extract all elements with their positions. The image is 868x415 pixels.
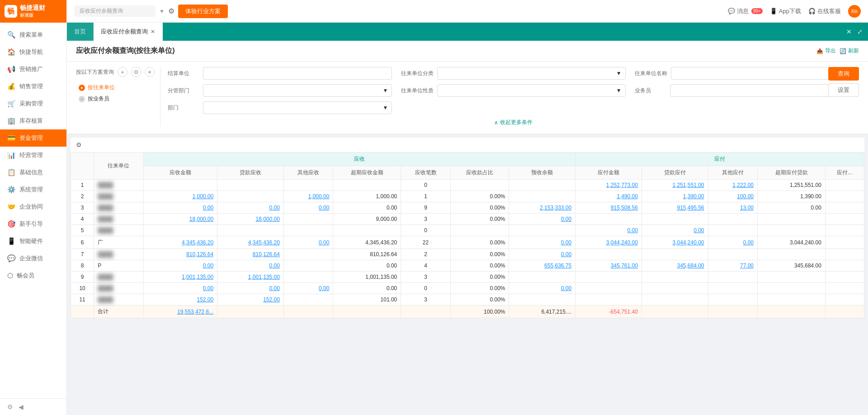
cell-qt-yf [708,225,758,236]
guide-icon: 🎯 [7,220,16,228]
sidebar-item-corp[interactable]: 🤝 企业协同 [0,198,66,215]
cell-link[interactable]: 0.00 [269,205,280,211]
cell-dk-yf [642,272,708,283]
cell-link[interactable]: 0.00 [269,262,280,269]
dept-select[interactable]: ▼ [203,84,392,97]
table-scroll-container[interactable]: 往来单位 应收 应付 应收金额 贷款应收 其他应收 超期应收金额 应收笔数 应收… [71,152,864,318]
cell-link[interactable]: 1,390.00 [683,193,704,200]
cell-link[interactable]: 4,345,436.20 [248,239,280,246]
cell-link[interactable]: 100.00 [737,193,754,200]
cell-link[interactable]: 1,490.00 [617,193,638,200]
cell-link[interactable]: 1,000.00 [308,193,330,200]
cell-qt-yf: 1,222.00 [708,180,758,191]
tab-close-window-icon[interactable]: ✕ [846,28,852,35]
cell-link[interactable]: 2,153,333.00 [540,205,571,211]
cell-link[interactable]: 1,251,551.00 [672,182,704,188]
cell-link[interactable]: 18,000.00 [189,216,213,222]
messages-tool[interactable]: 💬 消息 99+ [728,7,763,15]
collapse-scheme-button[interactable]: « [145,67,155,77]
sidebar-item-search[interactable]: 🔍 搜索菜单 [0,26,66,43]
cell-link[interactable]: 18,000.00 [255,216,279,222]
unit-nature-select[interactable]: ▼ [437,84,625,97]
sidebar-item-finance[interactable]: 💳 资金管理 [0,129,66,147]
sidebar-item-marketing[interactable]: 📢 营销推广 [0,61,66,78]
export-button[interactable]: 📤 导出 [816,47,836,55]
cell-qt-yf [708,249,758,260]
dept2-select[interactable]: ▼ [203,101,392,114]
topbar-settings-icon[interactable]: ⚙ [168,7,175,15]
cell-link[interactable]: 3,044,240.00 [672,239,704,246]
sidebar-item-hardware[interactable]: 📱 智能硬件 [0,233,66,250]
cell-link[interactable]: 0.00 [627,227,638,234]
cell-link[interactable]: 1,001,135.00 [248,274,280,280]
cell-link[interactable]: 0.00 [203,262,213,269]
cell-link[interactable]: 4,345,436.20 [182,239,213,246]
cell-link[interactable]: 345,684.00 [677,262,704,269]
sidebar-logo: 畅 畅捷通财 标准版 [0,0,66,23]
cell-link[interactable]: 0.00 [743,239,754,246]
cell-link[interactable]: 1,001,135.00 [182,274,213,280]
cell-link[interactable]: 810,126.64 [253,251,280,258]
table-settings-icon[interactable]: ⚙ [76,141,82,148]
online-service-tool[interactable]: 🎧 在线客服 [808,7,841,15]
cell-link[interactable]: 1,222.00 [732,182,754,188]
cell-link[interactable]: 915,508.56 [611,205,638,211]
blurred-cell: ████ [98,182,113,188]
sidebar-item-system[interactable]: ⚙️ 系统管理 [0,181,66,198]
cell-link[interactable]: 655,636.75 [544,262,571,269]
collapse-conditions-button[interactable]: ∧ 收起更多条件 [168,119,859,126]
add-scheme-button[interactable]: ＋ [118,67,127,77]
cell-link[interactable]: 0.00 [319,205,329,211]
cell-link[interactable]: 0.00 [561,251,571,258]
sidebar-item-purchase[interactable]: 🛒 采购管理 [0,95,66,112]
cell-link[interactable]: 0.00 [561,216,571,222]
scheme-item-unit[interactable]: ● 按往来单位 [76,82,155,93]
cell-link[interactable]: 1,000.00 [192,193,213,200]
cell-link[interactable]: 0.00 [203,285,213,291]
cell-link[interactable]: 0.00 [319,285,329,291]
app-download-tool[interactable]: 📱 App下载 [770,7,801,15]
cell-link[interactable]: 152.00 [197,296,213,303]
edit-scheme-button[interactable]: ⊙ [131,67,141,77]
tab-close-button[interactable]: ✕ [151,29,155,35]
topbar-dropdown-icon[interactable]: ▼ [159,8,165,14]
sidebar-item-quick[interactable]: 🏠 快捷导航 [0,43,66,61]
setting-button[interactable]: 设置 [828,83,859,97]
sidebar-item-operation[interactable]: 📊 经营管理 [0,147,66,164]
cell-link[interactable]: 13.00 [740,205,754,211]
tab-query[interactable]: 应收应付余额查询 ✕ [94,23,163,41]
tab-home[interactable]: 首页 [67,23,94,41]
sidebar-item-member[interactable]: ⬡ 畅会员 [0,267,66,284]
sidebar-item-sales[interactable]: 💰 销售管理 [0,78,66,95]
total-yingshou-je[interactable]: 19,553,472,6... [143,305,217,318]
cell-ys-bs: 2 [401,249,451,260]
sidebar-item-inventory[interactable]: 🏢 库存核算 [0,112,66,129]
sidebar-collapse-button[interactable]: ◀ [19,403,24,410]
query-button[interactable]: 查询 [828,67,859,81]
cell-ys-bs: 3 [401,294,451,305]
cell-link[interactable]: 0.00 [319,239,329,246]
cell-link[interactable]: 152.00 [263,296,280,303]
cell-link[interactable]: 1,252,773.00 [606,182,638,188]
sidebar-item-wechat[interactable]: 💬 企业微信 [0,250,66,267]
scheme-item-staff[interactable]: ○ 按业务员 [76,94,155,104]
cell-link[interactable]: 0.00 [269,285,280,291]
cell-link[interactable]: 77.00 [740,262,754,269]
solution-button[interactable]: 体验行业方案 [178,5,228,18]
sidebar-item-basic[interactable]: 📋 基础信息 [0,164,66,181]
user-avatar[interactable]: Rit [848,5,861,18]
cell-link[interactable]: 0.00 [693,227,704,234]
cell-link[interactable]: 0.00 [561,285,571,291]
sidebar-settings-button[interactable]: ⚙ [7,403,13,410]
cell-link[interactable]: 345,761.00 [611,262,638,269]
cell-link[interactable]: 915,495.56 [677,205,704,211]
cell-link[interactable]: 3,044,240.00 [606,239,638,246]
sidebar-item-guide[interactable]: 🎯 新手引导 [0,215,66,233]
tab-expand-icon[interactable]: ⤢ [857,28,863,35]
cell-link[interactable]: 0.00 [203,205,213,211]
settlement-input[interactable]: ··· [203,67,392,80]
cell-link[interactable]: 810,126.64 [186,251,213,258]
cell-link[interactable]: 0.00 [561,239,571,246]
unit-category-select[interactable]: ▼ [437,67,625,80]
refresh-button[interactable]: 🔄 刷新 [840,47,859,55]
